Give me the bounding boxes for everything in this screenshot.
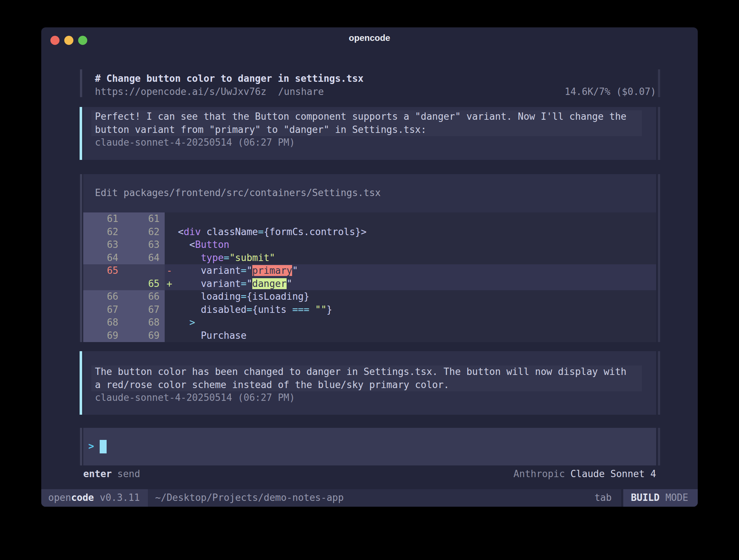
message-text: Perfect! I can see that the Button compo…: [91, 110, 642, 136]
prompt-input[interactable]: >: [83, 428, 656, 465]
code-line: type="submit": [165, 252, 656, 265]
model-info: AnthropicClaude Sonnet 4: [513, 468, 656, 479]
titlebar: opencode: [41, 27, 698, 49]
traffic-lights: [50, 36, 87, 45]
code-line: >: [165, 316, 656, 329]
status-bar: opencode v0.3.11 ~/Desktop/Projects/demo…: [41, 489, 698, 507]
app-badge: opencode v0.3.11: [41, 489, 148, 507]
zoom-button[interactable]: [78, 36, 87, 45]
message-line: Perfect! I can see that the Button compo…: [95, 110, 642, 123]
diff-marker: [166, 291, 172, 302]
code-line: disabled={units === ""}: [165, 303, 656, 317]
text-cursor: [100, 440, 107, 453]
line-number-old: 65: [83, 264, 124, 277]
diff-marker: [166, 226, 172, 237]
diff-row: 6262 <div className={formCs.controls}>: [83, 226, 656, 239]
code-line: loading={isLoading}: [165, 290, 656, 303]
line-number-old: 67: [83, 303, 124, 317]
code-line: <Button: [165, 238, 656, 252]
line-number-new: 68: [124, 316, 165, 329]
line-number-old: 61: [83, 212, 124, 226]
diff-row: 65+ variant="danger": [83, 277, 656, 291]
message-line: a red/rose color scheme instead of the b…: [95, 379, 642, 392]
line-number-new: 64: [124, 252, 165, 265]
enter-key-hint: enter: [83, 468, 112, 479]
line-number-old: 68: [83, 316, 124, 329]
edit-tool-title: Edit packages/frontend/src/containers/Se…: [83, 174, 656, 213]
assistant-message-2: The button color has been changed to dan…: [83, 351, 656, 415]
diff-marker: -: [166, 265, 172, 276]
diff-marker: [166, 317, 172, 328]
session-header: # Change button color to danger in setti…: [83, 69, 656, 97]
token-usage: 14.6K/7% ($0.07): [565, 85, 656, 99]
message-line: button variant from "primary" to "danger…: [95, 123, 642, 137]
message-meta: claude-sonnet-4-20250514 (06:27 PM): [83, 391, 656, 404]
unshare-command[interactable]: /unshare: [278, 85, 324, 99]
send-label: send: [117, 468, 140, 479]
model-label: Claude Sonnet 4: [570, 468, 656, 479]
message-line: The button color has been changed to dan…: [95, 365, 642, 379]
diff-row: 65- variant="primary": [83, 264, 656, 277]
line-number-old: 63: [83, 238, 124, 252]
line-number-new: 61: [124, 212, 165, 226]
session-share-url[interactable]: https://opencode.ai/s/UwJxv76z: [95, 85, 267, 99]
close-button[interactable]: [50, 36, 60, 45]
line-number-new: 62: [124, 226, 165, 239]
window-title: opencode: [41, 27, 698, 49]
code-line: <div className={formCs.controls}>: [165, 226, 656, 239]
diff-row: 6161: [83, 212, 656, 226]
diff-row: 6969 Purchase: [83, 329, 656, 342]
diff-row: 6363 <Button: [83, 238, 656, 252]
line-number-old: 66: [83, 290, 124, 303]
assistant-message-1: Perfect! I can see that the Button compo…: [83, 107, 656, 160]
diff-view: 6161 6262 <div className={formCs.control…: [83, 212, 656, 342]
line-number-new: [124, 264, 165, 277]
message-meta: claude-sonnet-4-20250514 (06:27 PM): [83, 136, 656, 149]
working-directory: ~/Desktop/Projects/demo-notes-app: [155, 491, 344, 505]
line-number-new: 66: [124, 290, 165, 303]
line-number-new: 69: [124, 329, 165, 342]
hint-row: entersend AnthropicClaude Sonnet 4: [83, 468, 656, 479]
line-number-new: 63: [124, 238, 165, 252]
app-name-code: code: [71, 491, 94, 505]
diff-row: 6666 loading={isLoading}: [83, 290, 656, 303]
diff-marker: +: [166, 278, 172, 289]
line-number-old: 69: [83, 329, 124, 342]
diff-marker: [166, 252, 172, 263]
app-name-open: open: [48, 491, 71, 505]
provider-label: Anthropic: [513, 468, 565, 479]
line-number-old: 62: [83, 226, 124, 239]
code-line: - variant="primary": [165, 264, 656, 277]
mode-word: MODE: [665, 491, 688, 505]
code-line: [165, 212, 656, 226]
line-number-old: 64: [83, 252, 124, 265]
diff-marker: [166, 330, 172, 341]
diff-marker: [166, 304, 172, 315]
minimize-button[interactable]: [64, 36, 73, 45]
app-window: opencode # Change button color to danger…: [41, 27, 698, 507]
diff-row: 6464 type="submit": [83, 252, 656, 265]
diff-marker: [166, 239, 172, 250]
send-hint: entersend: [83, 468, 140, 479]
mode-name: BUILD: [631, 491, 659, 505]
line-number-old: [83, 277, 124, 291]
line-number-new: 67: [124, 303, 165, 317]
app-version: v0.3.11: [100, 491, 140, 505]
prompt-caret: >: [88, 440, 94, 453]
diff-marker: [166, 213, 172, 224]
line-number-new: 65: [124, 277, 165, 291]
diff-row: 6767 disabled={units === ""}: [83, 303, 656, 317]
tab-key-hint[interactable]: tab: [594, 491, 612, 505]
code-line: + variant="danger": [165, 277, 656, 291]
message-text: The button color has been changed to dan…: [91, 365, 642, 391]
edit-tool-card: Edit packages/frontend/src/containers/Se…: [83, 174, 656, 342]
build-mode-badge[interactable]: BUILD MODE: [621, 489, 698, 507]
session-title: # Change button color to danger in setti…: [83, 72, 656, 85]
code-line: Purchase: [165, 329, 656, 342]
diff-row: 6868 >: [83, 316, 656, 329]
